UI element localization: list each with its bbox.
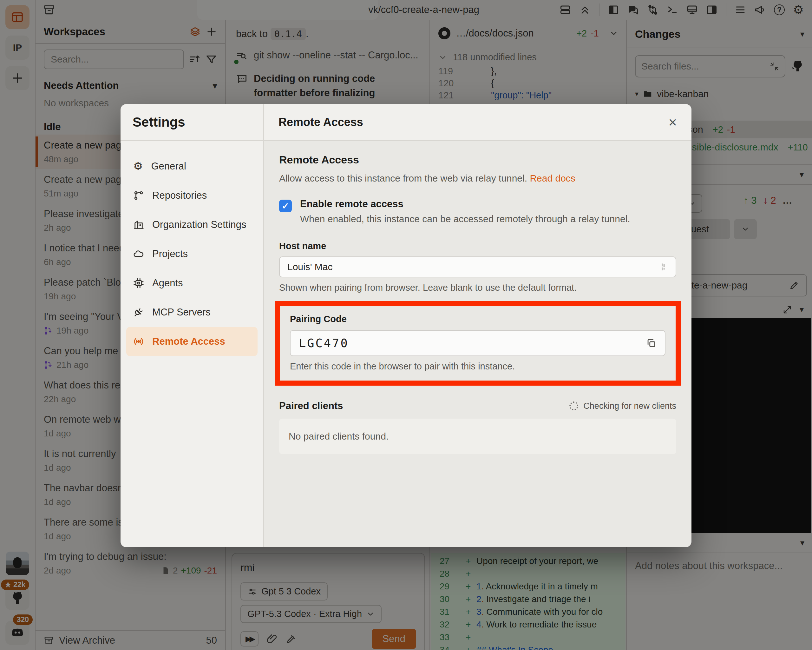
enable-remote-access-label: Enable remote access <box>300 198 630 210</box>
text-cursor-icon[interactable] <box>658 262 668 272</box>
plug-icon <box>133 307 144 318</box>
building-icon <box>133 219 144 230</box>
pairing-code-help: Enter this code in the browser to pair w… <box>290 361 665 372</box>
app-window: IP ★ 22k 320 <box>0 0 812 650</box>
cloud-icon <box>133 249 144 259</box>
modal-section-header: Remote Access <box>278 116 363 129</box>
close-icon[interactable]: × <box>668 115 677 130</box>
pairing-code-label: Pairing Code <box>290 314 665 324</box>
enable-remote-access-checkbox[interactable]: ✓ <box>279 200 292 212</box>
checking-status: Checking for new clients <box>569 401 676 411</box>
enable-remote-access-description: When enabled, this instance can be acces… <box>300 214 630 224</box>
remote-access-heading: Remote Access <box>279 154 676 166</box>
settings-nav-general[interactable]: ⚙General <box>126 152 258 181</box>
settings-nav-projects[interactable]: Projects <box>126 239 258 269</box>
broadcast-icon <box>133 336 144 347</box>
settings-content: Remote Access × Remote Access Allow acce… <box>264 104 691 547</box>
paired-clients-empty: No paired clients found. <box>279 419 676 454</box>
settings-nav-repositories[interactable]: Repositories <box>126 181 258 210</box>
copy-icon[interactable] <box>646 338 656 349</box>
host-name-help: Shown when pairing from browser. Leave b… <box>279 283 676 293</box>
settings-title: Settings <box>133 115 185 130</box>
settings-modal: Settings ⚙GeneralRepositoriesOrganizatio… <box>121 104 691 547</box>
host-name-label: Host name <box>279 241 676 251</box>
gear-icon: ⚙ <box>133 161 143 172</box>
settings-nav-remote-access[interactable]: Remote Access <box>126 327 258 356</box>
settings-nav-agents[interactable]: Agents <box>126 269 258 298</box>
settings-nav-mcp-servers[interactable]: MCP Servers <box>126 298 258 327</box>
paired-clients-label: Paired clients <box>279 400 343 411</box>
pairing-code-highlight: Pairing Code Enter this code in the brow… <box>275 301 681 385</box>
settings-nav: Settings ⚙GeneralRepositoriesOrganizatio… <box>121 104 264 547</box>
read-docs-link[interactable]: Read docs <box>530 173 575 184</box>
remote-access-description: Allow access to this instance from the w… <box>279 173 527 184</box>
pairing-code-input[interactable] <box>299 336 646 350</box>
chip-icon <box>133 278 144 289</box>
spinner-icon <box>569 401 578 410</box>
host-name-input[interactable] <box>287 262 658 272</box>
settings-nav-organization-settings[interactable]: Organization Settings <box>126 210 258 239</box>
git-branch-icon <box>133 190 144 201</box>
